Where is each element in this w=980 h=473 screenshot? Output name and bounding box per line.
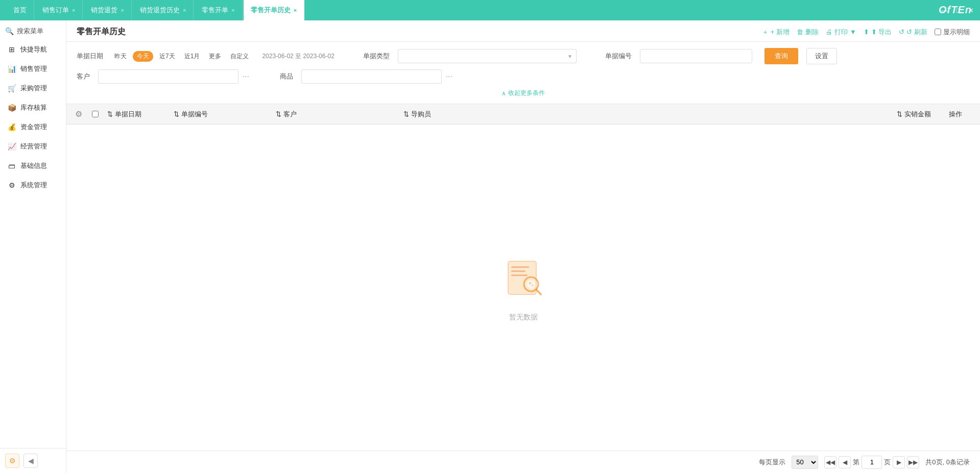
tab-label-sales-return: 销货退货 — [91, 6, 117, 15]
svg-point-8 — [532, 284, 533, 286]
filter-area: 单据日期 昨天今天近7天近1月更多自定义 2023-06-02 至 2023-0… — [66, 42, 980, 104]
svg-point-5 — [527, 280, 536, 289]
top-tab-sales-return-history[interactable]: 销货退货历史× — [133, 0, 194, 20]
sidebar-collapse-btn[interactable]: ◀ — [23, 454, 38, 468]
date-options: 昨天今天近7天近1月更多自定义 — [111, 51, 252, 62]
print-button[interactable]: 🖨 打印 ▼ — [826, 28, 856, 37]
sidebar-item-inventory[interactable]: 📦库存核算 — [0, 98, 66, 117]
show-detail-toggle[interactable]: 显示明细 — [935, 28, 970, 37]
collapse-more-label: 收起更多条件 — [508, 89, 545, 97]
sidebar-item-basic-info[interactable]: 🗃基础信息 — [0, 156, 66, 176]
page-unit: 页 — [884, 458, 891, 467]
search-icon: 🔍 — [5, 27, 14, 35]
tab-close-retail-open-history[interactable]: × — [294, 7, 297, 13]
page-title: 零售开单历史 — [77, 27, 126, 37]
print-icon: 🖨 — [826, 28, 832, 36]
sidebar-bottom: ⚙ ◀ — [0, 448, 66, 473]
date-opt-0[interactable]: 昨天 — [111, 51, 130, 62]
add-button[interactable]: ＋ + 新增 — [762, 28, 790, 37]
top-tab-sales-return[interactable]: 销货退货× — [84, 0, 131, 20]
query-button[interactable]: 查询 — [764, 48, 798, 64]
delete-button[interactable]: 🗑 删除 — [797, 28, 819, 37]
empty-text: 暂无数据 — [509, 313, 538, 322]
delete-label: 删除 — [805, 28, 819, 37]
tab-close-sales-order[interactable]: × — [72, 7, 75, 13]
sidebar-item-ops-mgmt[interactable]: 📈经营管理 — [0, 137, 66, 156]
purchase-mgmt-icon: 🛒 — [7, 84, 16, 93]
quick-nav-icon: ⊞ — [7, 45, 16, 54]
top-tab-sales-order[interactable]: 销售订单× — [35, 0, 83, 20]
collapse-more-icon: ∧ — [501, 90, 506, 97]
bill-no-input[interactable] — [640, 49, 752, 63]
last-page-btn[interactable]: ▶▶ — [907, 456, 919, 468]
date-filter-label: 单据日期 — [77, 52, 103, 61]
tab-label-retail-open-history: 零售开单历史 — [251, 6, 291, 15]
sidebar-search[interactable]: 🔍 搜索菜单 — [0, 20, 66, 40]
bill-type-label: 单据类型 — [363, 52, 390, 61]
goods-label: 商品 — [280, 72, 293, 81]
customer-input[interactable] — [98, 69, 238, 84]
delete-icon: 🗑 — [797, 28, 803, 36]
top-tab-home[interactable]: 首页 — [6, 0, 34, 20]
add-icon: ＋ — [762, 28, 769, 37]
tab-close-retail-open[interactable]: × — [231, 7, 234, 13]
show-detail-checkbox-input[interactable] — [935, 29, 941, 35]
sidebar-item-quick-nav[interactable]: ⊞快捷导航 — [0, 40, 66, 59]
svg-line-6 — [536, 289, 541, 294]
page-size-label: 每页显示 — [759, 458, 785, 467]
sidebar-item-finance[interactable]: 💰资金管理 — [0, 117, 66, 137]
page-input[interactable] — [862, 456, 882, 469]
goods-input[interactable] — [301, 69, 442, 84]
filter-row-1: 单据日期 昨天今天近7天近1月更多自定义 2023-06-02 至 2023-0… — [77, 48, 970, 64]
show-detail-label: 显示明细 — [943, 28, 970, 37]
customer-dots[interactable]: ··· — [241, 72, 251, 81]
first-page-btn[interactable]: ◀◀ — [824, 456, 836, 468]
date-range-display: 2023-06-02 至 2023-06-02 — [262, 52, 334, 61]
customer-input-wrap: ··· — [98, 69, 251, 84]
select-all-checkbox-cell[interactable] — [87, 111, 103, 117]
export-button[interactable]: ⬆ ⬆ 导出 — [864, 28, 892, 37]
top-bar-tabs: 首页销售订单×销货退货×销货退货历史×零售开单×零售开单历史× — [6, 0, 941, 20]
next-page-btn[interactable]: ▶ — [893, 456, 905, 468]
top-tab-retail-open[interactable]: 零售开单× — [195, 0, 242, 20]
date-opt-1[interactable]: 今天 — [133, 51, 153, 62]
svg-rect-1 — [511, 266, 529, 268]
select-all-checkbox[interactable] — [92, 111, 99, 117]
refresh-button[interactable]: ↺ ↺ 刷新 — [899, 28, 927, 37]
sys-mgmt-icon: ⚙ — [7, 181, 16, 190]
settings-button[interactable]: 设置 — [806, 48, 837, 64]
table-area: ⚙ ⇅ 单据日期 ⇅ 单据编号 ⇅ 客户 ⇅ 导购员 — [66, 104, 980, 451]
sidebar-item-sales-mgmt[interactable]: 📊销售管理 — [0, 59, 66, 79]
print-label: 打印 — [834, 28, 848, 37]
tab-close-sales-return-history[interactable]: × — [183, 7, 186, 13]
sidebar-label-inventory: 库存核算 — [20, 103, 47, 112]
goods-dots[interactable]: ··· — [444, 72, 455, 81]
total-info: 共0页, 0条记录 — [925, 458, 970, 467]
content-area: 零售开单历史 ＋ + 新增 🗑 删除 🖨 打印 ▼ ⬆ ⬆ 导出 — [66, 20, 980, 473]
goods-input-wrap: ··· — [301, 69, 455, 84]
th-billno-label: 单据编号 — [181, 110, 208, 119]
sidebar-gear-btn[interactable]: ⚙ — [5, 454, 19, 468]
th-action: 操作 — [935, 110, 976, 119]
bill-type-select[interactable] — [398, 49, 577, 63]
th-amount-icon: ⇅ — [897, 110, 902, 118]
tab-close-sales-return[interactable]: × — [121, 7, 124, 13]
date-opt-2[interactable]: 近7天 — [156, 51, 178, 62]
top-tab-retail-open-history[interactable]: 零售开单历史× — [244, 0, 304, 20]
date-opt-4[interactable]: 更多 — [206, 51, 224, 62]
sidebar-item-sys-mgmt[interactable]: ⚙系统管理 — [0, 176, 66, 195]
date-opt-3[interactable]: 近1月 — [181, 51, 203, 62]
inventory-icon: 📦 — [7, 103, 16, 112]
prev-page-btn[interactable]: ◀ — [839, 456, 851, 468]
basic-info-icon: 🗃 — [7, 161, 16, 170]
page-size-select[interactable]: 50 10 20 100 — [792, 456, 818, 469]
collapse-more-btn[interactable]: ∧ 收起更多条件 — [77, 89, 970, 97]
toolbar: ＋ + 新增 🗑 删除 🖨 打印 ▼ ⬆ ⬆ 导出 ↺ — [762, 28, 970, 37]
sidebar-item-purchase-mgmt[interactable]: 🛒采购管理 — [0, 79, 66, 98]
date-opt-5[interactable]: 自定义 — [227, 51, 252, 62]
finance-icon: 💰 — [7, 122, 16, 132]
table-header: ⚙ ⇅ 单据日期 ⇅ 单据编号 ⇅ 客户 ⇅ 导购员 — [66, 104, 980, 125]
page-nav: ◀◀ ◀ 第 页 ▶ ▶▶ — [824, 456, 919, 469]
column-settings-btn[interactable]: ⚙ — [70, 109, 87, 119]
tab-label-retail-open: 零售开单 — [202, 6, 228, 15]
